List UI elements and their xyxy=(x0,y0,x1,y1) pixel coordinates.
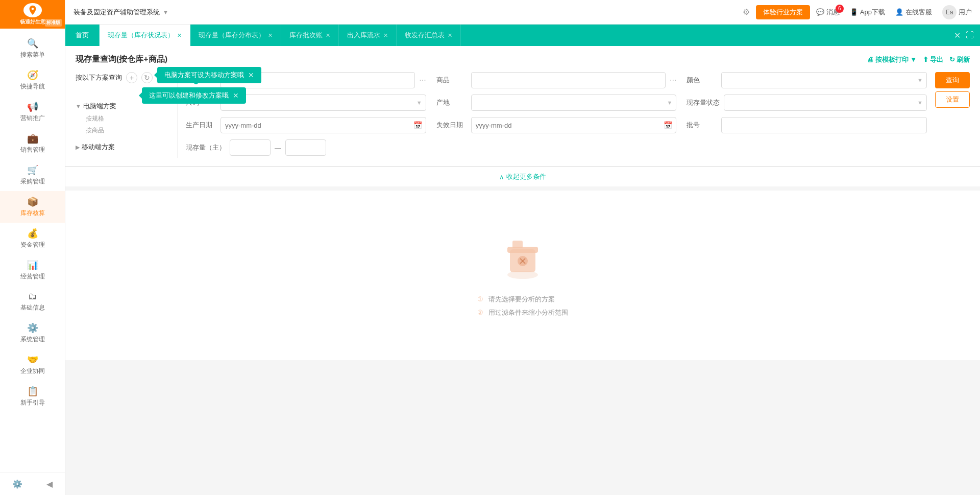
header-right: 💬 消息 6 📱 App下载 👤 在线客服 Ea 用户 xyxy=(816,5,972,19)
batch-input[interactable] xyxy=(721,117,927,133)
sidebar-item-system[interactable]: ⚙️ 系统管理 xyxy=(0,317,65,349)
stock-status-select[interactable] xyxy=(724,95,927,111)
scheme-by-spec[interactable]: 按规格 xyxy=(86,113,169,125)
user-avatar: Ea xyxy=(942,5,957,19)
goods-input[interactable] xyxy=(471,72,666,88)
header-settings-icon[interactable]: ⚙ xyxy=(743,7,750,17)
tab-batch[interactable]: 库存批次账 ✕ xyxy=(281,25,339,46)
color-label: 颜色 xyxy=(687,76,717,85)
tab-close-all-icon[interactable]: ✕ xyxy=(954,31,961,40)
stock-main-to[interactable] xyxy=(285,139,326,156)
size-select-wrapper: ▼ xyxy=(220,95,426,111)
search-button[interactable]: 查询 xyxy=(935,72,970,88)
collapse-sidebar-icon[interactable]: ◀ xyxy=(46,479,53,489)
sidebar: 畅通好生意 标准版 🔍 搜索菜单 🧭 快捷导航 📢 营销推广 💼 销售管理 🛒 … xyxy=(0,0,65,495)
settings-bottom-icon[interactable]: ⚙️ xyxy=(12,479,22,489)
produce-date-input[interactable] xyxy=(220,117,426,133)
filter-refresh-btn[interactable]: ↻ xyxy=(141,72,153,83)
collapse-arrow: ∧ xyxy=(499,173,504,181)
industry-btn[interactable]: 体验行业方案 xyxy=(756,5,810,19)
stock-main-from[interactable] xyxy=(230,139,271,156)
filter-fields: 仓库 ··· 商品 ··· 颜色 xyxy=(186,72,927,156)
filter-goods-row: 商品 ··· xyxy=(436,72,677,88)
message-item[interactable]: 💬 消息 6 xyxy=(816,8,840,17)
page-title-actions: 🖨 按模板打印 ▼ ⬆ 导出 ↻ 刷新 xyxy=(867,55,970,64)
goods-more-icon[interactable]: ··· xyxy=(670,76,676,85)
tab-close-batch[interactable]: ✕ xyxy=(326,32,330,39)
warehouse-more-icon[interactable]: ··· xyxy=(419,76,426,85)
sidebar-item-purchase[interactable]: 🛒 采购管理 xyxy=(0,159,65,191)
marketing-icon: 📢 xyxy=(27,101,38,112)
app-download-item[interactable]: 📱 App下载 xyxy=(850,8,885,17)
empty-state: ① 请先选择要分析的方案 ② 用过滤条件来缩小分析范围 xyxy=(65,191,980,360)
sidebar-item-finance[interactable]: 💰 资金管理 xyxy=(0,223,65,254)
refresh-btn[interactable]: ↻ 刷新 xyxy=(949,55,970,64)
export-btn[interactable]: ⬆ 导出 xyxy=(923,55,943,64)
logo-icon xyxy=(23,3,42,17)
filter-produce-date-row: 生产日期 📅 xyxy=(186,117,426,133)
refresh-icon: ↻ xyxy=(949,56,955,63)
page-title-row: 现存量查询(按仓库+商品) 🖨 按模板打印 ▼ ⬆ 导出 ↻ 刷新 xyxy=(76,54,970,65)
sidebar-item-inventory[interactable]: 📦 库存核算 xyxy=(0,191,65,223)
sidebar-item-marketing[interactable]: 📢 营销推广 xyxy=(0,96,65,128)
tab-close-summary[interactable]: ✕ xyxy=(448,32,452,39)
tab-summary[interactable]: 收发存汇总表 ✕ xyxy=(397,25,461,46)
sidebar-item-operations[interactable]: 📊 经营管理 xyxy=(0,254,65,286)
tab-inventory-dist[interactable]: 现存量（库存分布表） ✕ xyxy=(190,25,281,46)
main-area: 装备及固定资产辅助管理系统 ▼ ⚙ 体验行业方案 💬 消息 6 📱 App下载 … xyxy=(65,0,980,495)
filter-color-row: 颜色 ▼ xyxy=(687,72,927,88)
tooltip-scheme-close[interactable]: ✕ xyxy=(248,71,254,79)
tab-close-inventory-dist[interactable]: ✕ xyxy=(268,32,273,39)
empty-hint1: ① 请先选择要分析的方案 xyxy=(477,293,568,306)
finance-icon: 💰 xyxy=(27,228,38,239)
reset-button[interactable]: 设置 xyxy=(935,91,970,108)
tooltip-edit-close[interactable]: ✕ xyxy=(233,91,239,100)
scheme-tree: ▼ 电脑端方案 这里可以创建和修改方案哦 ✕ 按规格 xyxy=(76,100,169,154)
online-service-item[interactable]: 👤 在线客服 xyxy=(895,8,932,17)
origin-label: 产地 xyxy=(436,98,467,107)
basic-icon: 🗂 xyxy=(28,291,37,302)
user-item[interactable]: Ea 用户 xyxy=(942,5,972,19)
system-dropdown-arrow[interactable]: ▼ xyxy=(163,9,168,15)
tab-close-inventory-status[interactable]: ✕ xyxy=(177,32,182,39)
tab-fullscreen-icon[interactable]: ⛶ xyxy=(966,31,974,40)
action-buttons: 查询 设置 xyxy=(935,72,970,108)
expire-date-wrapper: 📅 xyxy=(471,117,677,133)
color-select[interactable] xyxy=(721,72,927,88)
expire-date-input[interactable] xyxy=(471,117,677,133)
tab-close-inout[interactable]: ✕ xyxy=(383,32,388,39)
origin-select[interactable] xyxy=(471,95,677,111)
tooltip-edit: 这里可以创建和修改方案哦 ✕ xyxy=(142,87,246,104)
mobile-scheme-item[interactable]: ▶ 移动端方案 xyxy=(76,140,169,154)
logo-area: 畅通好生意 标准版 xyxy=(0,0,65,29)
print-btn[interactable]: 🖨 按模板打印 ▼ xyxy=(867,55,917,64)
stock-status-select-wrapper: ▼ xyxy=(724,95,927,111)
mobile-scheme-label: 移动端方案 xyxy=(82,143,115,152)
search-nav-icon: 🔍 xyxy=(27,38,38,49)
sidebar-item-quicknav[interactable]: 🧭 快捷导航 xyxy=(0,64,65,96)
size-select[interactable] xyxy=(220,95,426,111)
top-header: 装备及固定资产辅助管理系统 ▼ ⚙ 体验行业方案 💬 消息 6 📱 App下载 … xyxy=(65,0,980,25)
sales-icon: 💼 xyxy=(27,133,38,144)
tab-inout-flow[interactable]: 出入库流水 ✕ xyxy=(339,25,397,46)
stock-status-label: 现存量状态 xyxy=(687,98,720,107)
collapse-bar[interactable]: ∧ 收起更多条件 xyxy=(65,167,980,186)
scheme-by-goods[interactable]: 按商品 xyxy=(86,125,169,136)
batch-label: 批号 xyxy=(687,121,717,130)
tooltip-scheme: 电脑方案可设为移动方案哦 ✕ xyxy=(157,67,261,83)
sidebar-item-search[interactable]: 🔍 搜索菜单 xyxy=(0,33,65,64)
origin-select-wrapper: ▼ xyxy=(471,95,677,111)
tab-bar: 首页 现存量（库存状况表） ✕ 现存量（库存分布表） ✕ 库存批次账 ✕ 出入库… xyxy=(65,25,980,46)
tab-home[interactable]: 首页 xyxy=(65,25,100,46)
newbie-icon: 📋 xyxy=(27,386,38,397)
sidebar-item-sales[interactable]: 💼 销售管理 xyxy=(0,128,65,159)
sidebar-item-newbie[interactable]: 📋 新手引导 xyxy=(0,381,65,412)
sidebar-item-basic[interactable]: 🗂 基础信息 xyxy=(0,286,65,317)
message-icon: 💬 xyxy=(816,8,824,16)
svg-rect-3 xyxy=(512,241,523,248)
stock-main-dash: — xyxy=(275,144,281,152)
expire-date-label: 失效日期 xyxy=(436,121,467,130)
sidebar-item-enterprise[interactable]: 🤝 企业协同 xyxy=(0,349,65,381)
tab-inventory-status[interactable]: 现存量（库存状况表） ✕ xyxy=(100,25,190,46)
filter-add-btn[interactable]: + xyxy=(126,72,137,83)
